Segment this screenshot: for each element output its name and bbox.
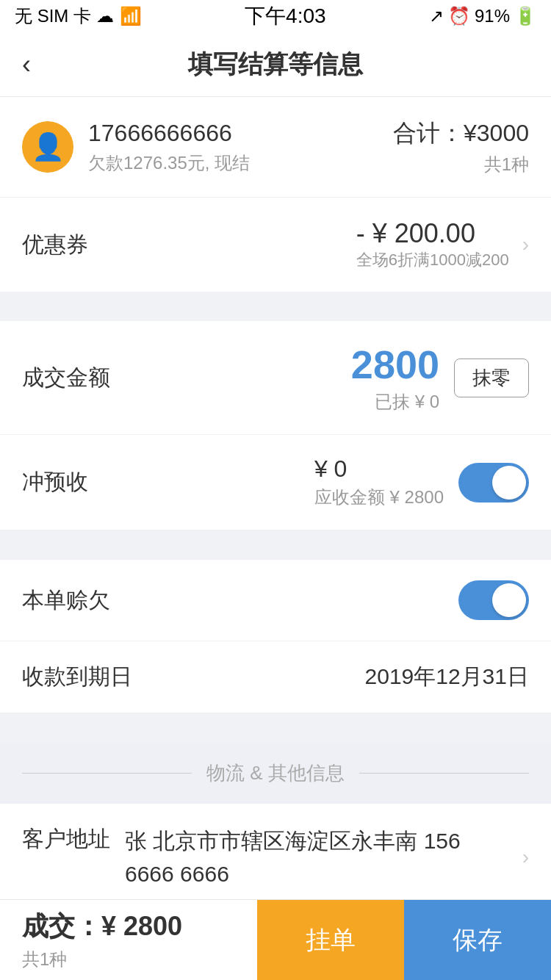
deal-amount-card: 成交金额 2800 已抹 ¥ 0 抹零 冲预收 ¥ 0 应收金额 ¥ 2800: [0, 321, 551, 530]
bottom-bar: 成交：¥ 2800 共1种 挂单 保存: [0, 899, 551, 980]
total-count: 共1种: [393, 153, 529, 176]
save-button[interactable]: 保存: [404, 900, 551, 981]
nav-bar: ‹ 填写结算等信息: [0, 32, 551, 97]
location-icon: ↗: [429, 6, 444, 26]
status-right: ↗ ⏰ 91% 🔋: [429, 6, 536, 26]
bottom-deal-label: 成交：: [22, 911, 101, 941]
debt-row: 本单赊欠: [0, 560, 551, 641]
bottom-count: 共1种: [22, 948, 235, 971]
alarm-icon: ⏰: [448, 6, 470, 26]
round-button[interactable]: 抹零: [454, 359, 529, 397]
debt-card: 本单赊欠 收款到期日 2019年12月31日: [0, 560, 551, 713]
address-value: 张 北京市市辖区海淀区永丰南 156 6666 6666: [125, 824, 515, 890]
debt-label: 本单赊欠: [22, 586, 110, 616]
coupon-chevron-icon: ›: [522, 233, 529, 256]
address-row: 客户地址 张 北京市市辖区海淀区永丰南 156 6666 6666 ›: [0, 804, 551, 911]
hang-single-button[interactable]: 挂单: [257, 900, 404, 981]
toggle-knob: [492, 466, 526, 500]
separator-1: [0, 306, 551, 321]
logistics-label: 物流 & 其他信息: [206, 760, 345, 786]
deal-amount-label: 成交金额: [22, 363, 110, 393]
avatar-icon: 👤: [32, 131, 65, 162]
address-card[interactable]: 客户地址 张 北京市市辖区海淀区永丰南 156 6666 6666 ›: [0, 804, 551, 911]
prepay-sub: 应收金额 ¥ 2800: [314, 486, 444, 509]
battery-label: 91%: [475, 6, 510, 26]
address-chevron-icon: ›: [522, 846, 529, 869]
content: 👤 17666666666 欠款1276.35元, 现结 合计：¥3000 共1…: [0, 97, 551, 980]
coupon-desc: 全场6折满1000减200: [356, 249, 509, 271]
customer-phone: 17666666666: [88, 120, 250, 147]
battery-icon: 🔋: [514, 6, 536, 26]
sim-label: 无 SIM 卡 ☁: [15, 4, 114, 28]
prepay-toggle[interactable]: [458, 463, 529, 502]
page-title: 填写结算等信息: [188, 48, 363, 82]
debt-toggle[interactable]: [458, 580, 529, 620]
separator-2: [0, 545, 551, 560]
status-left: 无 SIM 卡 ☁ 📶: [15, 4, 142, 28]
due-date-label: 收款到期日: [22, 662, 132, 692]
divider-line-right: [359, 773, 529, 774]
status-bar: 无 SIM 卡 ☁ 📶 下午4:03 ↗ ⏰ 91% 🔋: [0, 0, 551, 32]
deal-amount-row: 成交金额 2800 已抹 ¥ 0 抹零: [0, 321, 551, 435]
divider-line-left: [22, 773, 192, 774]
deal-amount-sub: 已抹 ¥ 0: [351, 390, 439, 414]
coupon-row[interactable]: 优惠券 - ¥ 200.00 全场6折满1000减200 ›: [0, 197, 551, 292]
bottom-deal: 成交：¥ 2800: [22, 909, 235, 945]
coupon-label: 优惠券: [22, 230, 88, 260]
customer-card: 👤 17666666666 欠款1276.35元, 现结 合计：¥3000 共1…: [0, 97, 551, 292]
due-date-value: 2019年12月31日: [365, 662, 529, 692]
prepay-amount: ¥ 0: [314, 455, 444, 483]
wifi-icon: 📶: [120, 6, 142, 26]
due-date-row: 收款到期日 2019年12月31日: [0, 641, 551, 713]
coupon-discount: - ¥ 200.00: [356, 218, 509, 249]
customer-sub: 欠款1276.35元, 现结: [88, 151, 250, 175]
customer-total: 合计：¥3000 共1种: [393, 118, 529, 176]
back-button[interactable]: ‹: [22, 49, 31, 80]
separator-3: [0, 728, 551, 743]
deal-amount-value: 2800: [351, 342, 439, 387]
bottom-summary: 成交：¥ 2800 共1种: [0, 909, 257, 971]
logistics-divider: 物流 & 其他信息: [0, 743, 551, 804]
prepay-label: 冲预收: [22, 467, 88, 497]
avatar: 👤: [22, 121, 73, 173]
prepay-row: 冲预收 ¥ 0 应收金额 ¥ 2800: [0, 435, 551, 530]
address-label: 客户地址: [22, 824, 110, 854]
customer-row: 👤 17666666666 欠款1276.35元, 现结 合计：¥3000 共1…: [0, 97, 551, 197]
status-time: 下午4:03: [245, 2, 326, 30]
debt-toggle-knob: [492, 583, 526, 617]
total-amount: 合计：¥3000: [393, 118, 529, 150]
bottom-deal-amount: ¥ 2800: [101, 911, 182, 941]
